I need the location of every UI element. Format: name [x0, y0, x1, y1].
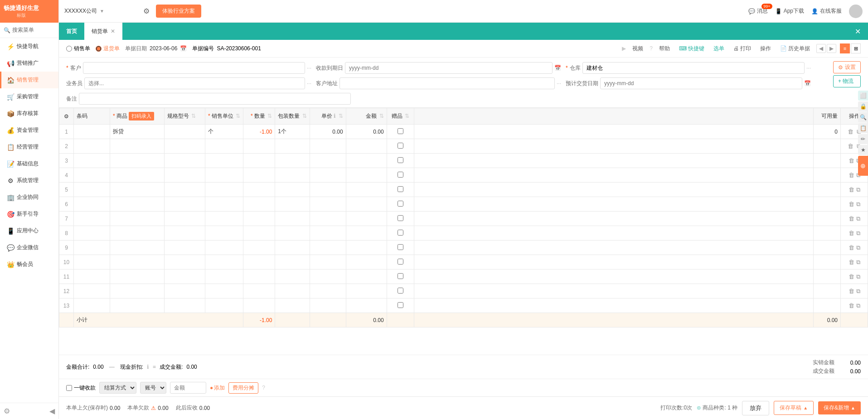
close-tab-icon[interactable]: ✕	[855, 28, 861, 35]
address-input[interactable]	[339, 77, 555, 89]
radio-sales[interactable]: 销售单	[66, 45, 90, 53]
copy-icon[interactable]: ⧉	[856, 302, 860, 309]
tab-home[interactable]: 首页	[59, 23, 84, 40]
help-btn[interactable]: 帮助	[656, 44, 673, 53]
topbar-avatar[interactable]	[849, 5, 863, 18]
one-click-payment[interactable]: 一键收款	[66, 384, 96, 392]
discount-info-icon[interactable]: ℹ	[147, 364, 149, 370]
delete-icon[interactable]: 🗑	[849, 172, 854, 178]
date-calendar-icon[interactable]: 📅	[180, 45, 187, 52]
gift-checkbox[interactable]	[398, 230, 403, 236]
sidebar-item-member[interactable]: 👑 畅会员	[0, 256, 58, 273]
delete-icon[interactable]: 🗑	[849, 157, 854, 164]
delete-icon[interactable]: 🗑	[848, 143, 853, 149]
sidebar-item-quick-nav[interactable]: ⚡ 快捷导航	[0, 38, 58, 55]
row-barcode[interactable]	[74, 125, 110, 139]
copy-icon[interactable]: ⧉	[856, 273, 860, 280]
delete-icon[interactable]: 🗑	[849, 230, 854, 236]
gift-checkbox[interactable]	[398, 201, 403, 207]
history-btn[interactable]: 📄 历史单据	[777, 44, 813, 53]
list-view-btn[interactable]: ≡	[840, 43, 850, 53]
delete-icon[interactable]: 🗑	[848, 128, 853, 135]
sidebar-item-marketing[interactable]: 📢 营销推广	[0, 55, 58, 72]
sidebar-item-basic[interactable]: 📝 基础信息	[0, 155, 58, 172]
sidebar-item-business[interactable]: 📋 经营管理	[0, 139, 58, 155]
row-unit[interactable]: 个	[205, 125, 243, 139]
sidebar-item-purchase[interactable]: 🛒 采购管理	[0, 88, 58, 105]
float-btn-1[interactable]: ⬜	[858, 91, 868, 101]
add-payment-btn[interactable]: ● 添加	[210, 384, 225, 392]
account-select[interactable]: 账号	[140, 382, 166, 394]
sidebar-item-apps[interactable]: 📱 应用中心	[0, 222, 58, 239]
grid-view-btn[interactable]: ⊞	[851, 43, 861, 53]
copy-icon[interactable]: ⧉	[856, 244, 860, 251]
topbar-service[interactable]: 👤 在线客服	[811, 7, 842, 15]
logistics-btn[interactable]: + 物流 + 物流	[833, 75, 861, 87]
address-dots[interactable]: ···	[557, 80, 561, 87]
settings-btn[interactable]: ⚙ ⚙ 设置 设置	[833, 61, 861, 73]
gift-checkbox[interactable]	[398, 302, 403, 308]
radio-return-input[interactable]	[96, 46, 102, 52]
float-btn-orange[interactable]: ⊕	[858, 156, 868, 176]
customer-dots[interactable]: ···	[307, 65, 311, 71]
gift-checkbox[interactable]	[398, 244, 403, 250]
row-gift[interactable]	[387, 125, 414, 139]
one-click-checkbox[interactable]	[66, 385, 72, 391]
delete-icon[interactable]: 🗑	[849, 259, 854, 265]
warehouse-input[interactable]	[582, 62, 805, 74]
payment-method-select[interactable]: 结算方式	[99, 382, 136, 394]
topbar-message[interactable]: 💬 消息 99+	[748, 7, 768, 15]
copy-icon[interactable]: ⧉	[856, 230, 860, 236]
save-draft-button[interactable]: 保存草稿 ▲	[774, 401, 814, 415]
discard-button[interactable]: 放弃	[742, 401, 769, 415]
price-info-icon[interactable]: ℹ	[334, 113, 336, 119]
delete-icon[interactable]: 🗑	[849, 302, 854, 309]
radio-return[interactable]: 退货单	[96, 45, 120, 53]
sidebar-item-guide[interactable]: 🎯 新手引导	[0, 206, 58, 222]
next-arrow[interactable]: ▶	[827, 44, 836, 53]
gift-checkbox[interactable]	[398, 259, 403, 265]
delete-icon[interactable]: 🗑	[849, 186, 854, 193]
float-btn-6[interactable]: ★	[858, 145, 868, 155]
gift-checkbox[interactable]	[398, 186, 403, 192]
shortcut-btn[interactable]: ⌨ 快捷键	[676, 44, 707, 53]
float-btn-5[interactable]: ✏	[858, 134, 868, 144]
delete-icon[interactable]: 🗑	[849, 288, 854, 294]
copy-icon[interactable]: ⧉	[856, 288, 860, 294]
delete-icon[interactable]: 🗑	[849, 215, 854, 222]
float-btn-3[interactable]: 🔍	[858, 112, 868, 122]
select-btn[interactable]: 选单	[711, 44, 727, 53]
sidebar-settings-icon[interactable]: ⚙	[4, 407, 10, 415]
float-btn-4[interactable]: 📋	[858, 123, 868, 133]
delete-icon[interactable]: 🗑	[849, 273, 854, 280]
tab-sales-order[interactable]: 销货单 ✕	[84, 23, 122, 40]
delete-icon[interactable]: 🗑	[849, 201, 854, 207]
receipt-date-calendar-icon[interactable]: 📅	[554, 65, 561, 71]
radio-sales-input[interactable]	[66, 46, 72, 52]
sidebar-item-inventory[interactable]: 📦 库存核算	[0, 105, 58, 122]
gift-checkbox[interactable]	[398, 172, 403, 178]
gift-checkbox[interactable]	[398, 273, 403, 279]
col-settings[interactable]: ⚙	[59, 108, 74, 125]
gift-checkbox[interactable]	[398, 215, 403, 221]
save-new-button[interactable]: 保存&新增 ▲	[818, 401, 861, 414]
topbar-app-download[interactable]: 📱 App下载	[775, 7, 804, 15]
warehouse-dots[interactable]: ···	[806, 65, 811, 71]
payment-amount-input[interactable]	[170, 382, 206, 394]
video-btn[interactable]: 视频	[630, 44, 646, 53]
gift-checkbox[interactable]	[398, 157, 403, 163]
row-spec[interactable]	[165, 125, 205, 139]
float-btn-2[interactable]: 🔒	[858, 101, 868, 111]
tab-close-icon[interactable]: ✕	[111, 28, 115, 34]
customer-input[interactable]	[83, 62, 305, 74]
sidebar-item-system[interactable]: ⚙ 系统管理	[0, 172, 58, 189]
trial-button[interactable]: 体验行业方案	[156, 5, 201, 18]
sidebar-item-wecom[interactable]: 💬 企业微信	[0, 239, 58, 256]
salesperson-dots[interactable]: ···	[307, 80, 311, 87]
gift-checkbox[interactable]	[398, 128, 403, 134]
scan-button[interactable]: 扫码录入	[129, 112, 154, 120]
help-icon[interactable]: ?	[262, 385, 265, 391]
topbar-settings-icon[interactable]: ⚙	[141, 5, 151, 17]
row-price[interactable]: 0.00	[310, 125, 346, 139]
sidebar-item-enterprise[interactable]: 🏢 企业协同	[0, 189, 58, 206]
